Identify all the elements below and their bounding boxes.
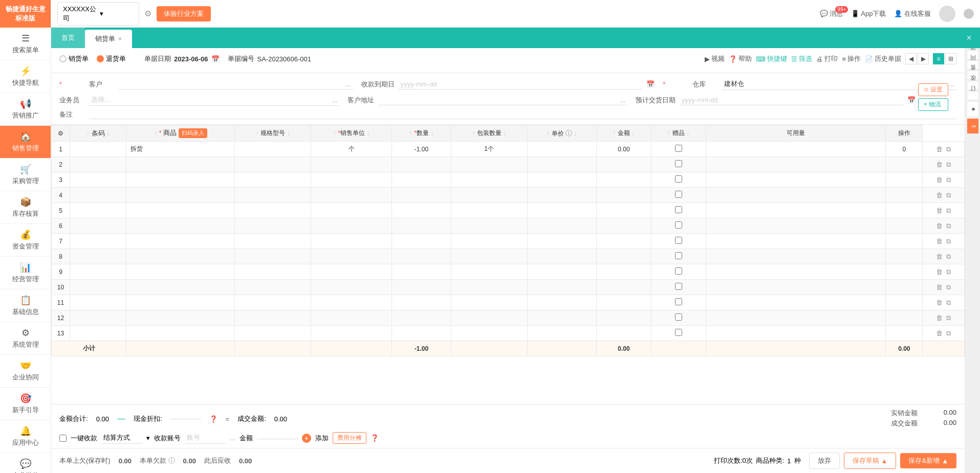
row-unit[interactable] [311,280,392,295]
rp-tab-6[interactable]: ★ [967,101,979,117]
expected-date-calendar[interactable]: 📅 [907,96,916,104]
row-product[interactable] [126,218,235,234]
row-qty[interactable] [392,326,451,341]
chevron-settlement[interactable]: ▾ [146,434,150,442]
row-unit[interactable]: 个 [311,142,392,157]
row-barcode[interactable] [70,172,126,188]
video-btn[interactable]: ▶ 视频 [705,54,725,63]
amount-pay-input[interactable] [257,437,298,439]
copy-icon[interactable]: ⧉ [946,237,951,245]
row-barcode[interactable] [70,264,126,280]
view-grid-icon[interactable]: ⊞ [945,53,956,64]
copy-icon[interactable]: ⧉ [946,299,951,306]
action-btn[interactable]: ≡ 操作 [842,54,861,63]
row-product[interactable] [126,249,235,264]
row-pkg-qty[interactable] [451,188,527,203]
row-price[interactable] [527,142,596,157]
calendar-icon[interactable]: 📅 [211,55,220,63]
sidebar-item-system[interactable]: ⚙ 系统管理 [0,322,51,355]
row-gift[interactable] [651,218,706,234]
row-amount[interactable] [597,310,651,326]
row-qty[interactable] [392,172,451,188]
th-settings[interactable]: ⚙ [52,125,70,142]
filter-btn[interactable]: ☰ 筛选 [791,54,812,63]
message-badge[interactable]: 💬 消息 99+ [820,9,843,18]
row-amount[interactable] [597,234,651,249]
row-gift[interactable] [651,326,706,341]
copy-icon[interactable]: ⧉ [946,283,951,291]
question-icon[interactable]: ❓ [209,415,217,423]
customer-addr-input[interactable]: ... [378,95,627,105]
rp-tab-1[interactable]: 评 [967,50,979,59]
row-pkg-qty[interactable] [451,295,527,310]
row-gift[interactable] [651,172,706,188]
row-qty[interactable]: -1.00 [392,142,451,157]
row-unit[interactable] [311,157,392,172]
sidebar-item-basic[interactable]: 📋 基础信息 [0,289,51,322]
row-product[interactable] [126,203,235,218]
delete-icon[interactable]: 🗑 [936,222,943,230]
row-spec[interactable] [235,218,311,234]
row-spec[interactable] [235,310,311,326]
row-spec[interactable] [235,264,311,280]
receivable-date-input[interactable]: yyyy-mm-dd [399,79,643,89]
delete-icon[interactable]: 🗑 [936,329,943,337]
row-barcode[interactable] [70,203,126,218]
one-click-pay-checkbox[interactable] [59,435,67,442]
app-download-link[interactable]: 📱 App下载 [851,9,886,18]
row-gift[interactable] [651,188,706,203]
add-payment-button[interactable]: + [302,434,311,443]
topbar-gear-icon[interactable]: ⚙ [144,9,151,18]
row-amount[interactable] [597,295,651,310]
sidebar-item-finance[interactable]: 💰 资金管理 [0,224,51,257]
delete-icon[interactable]: 🗑 [936,268,943,276]
sidebar-item-marketing[interactable]: 📢 营销推广 [0,93,51,126]
row-pkg-qty[interactable] [451,326,527,341]
row-amount[interactable] [597,249,651,264]
save-new-button[interactable]: 保存&新增 ▲ [900,453,956,468]
main-close-icon[interactable]: × [958,28,980,48]
row-unit[interactable] [311,172,392,188]
row-qty[interactable] [392,295,451,310]
row-product[interactable] [126,188,235,203]
row-spec[interactable] [235,157,311,172]
row-amount[interactable] [597,203,651,218]
receivable-date-calendar[interactable]: 📅 [646,80,655,88]
row-product[interactable]: 拆货 [126,142,235,157]
row-pkg-qty[interactable] [451,310,527,326]
tab-sales-order[interactable]: 销货单 × [85,30,132,48]
delete-icon[interactable]: 🗑 [936,237,943,245]
row-barcode[interactable] [70,310,126,326]
account-input[interactable]: 账号 [185,432,226,444]
row-price[interactable] [527,264,596,280]
row-unit[interactable] [311,264,392,280]
row-spec[interactable] [235,172,311,188]
row-amount[interactable]: 0.00 [597,142,651,157]
row-pkg-qty[interactable] [451,157,527,172]
row-amount[interactable] [597,326,651,341]
sidebar-item-operations[interactable]: 📊 经营管理 [0,257,51,289]
row-spec[interactable] [235,326,311,341]
row-unit[interactable] [311,249,392,264]
row-product[interactable] [126,264,235,280]
row-amount[interactable] [597,188,651,203]
row-product[interactable] [126,280,235,295]
row-pkg-qty[interactable] [451,280,527,295]
copy-icon[interactable]: ⧉ [946,207,951,214]
row-spec[interactable] [235,234,311,249]
row-spec[interactable] [235,188,311,203]
row-qty[interactable] [392,310,451,326]
row-gift[interactable] [651,203,706,218]
row-qty[interactable] [392,280,451,295]
row-qty[interactable] [392,157,451,172]
row-pkg-qty[interactable] [451,234,527,249]
customer-input[interactable]: ... [119,79,353,89]
row-price[interactable] [527,188,596,203]
shortcut-btn[interactable]: ⌨ 快捷键 [756,54,787,63]
row-qty[interactable] [392,218,451,234]
radio-return[interactable]: 退货单 [97,54,126,63]
sidebar-item-enterprise[interactable]: 🤝 企业协同 [0,355,51,388]
row-gift[interactable] [651,310,706,326]
row-barcode[interactable] [70,280,126,295]
row-barcode[interactable] [70,234,126,249]
